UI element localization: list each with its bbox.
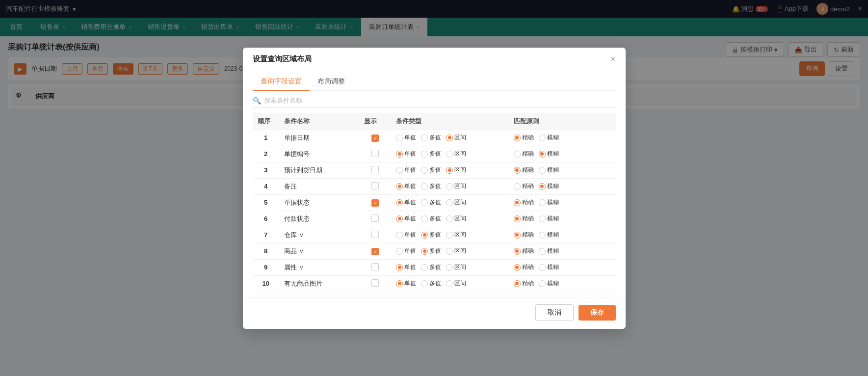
row-display-checkbox[interactable]: [359, 194, 391, 211]
row-display-checkbox[interactable]: [359, 292, 391, 292]
tab-query-fields[interactable]: 查询字段设置: [253, 74, 310, 91]
radio-type-多值[interactable]: 多值: [421, 247, 441, 255]
radio-label: 区间: [454, 166, 466, 174]
radio-match-模糊[interactable]: 模糊: [539, 198, 559, 207]
row-display-checkbox[interactable]: [359, 227, 391, 243]
checkbox-display[interactable]: [371, 150, 379, 157]
radio-match-模糊[interactable]: 模糊: [539, 134, 559, 142]
checkbox-display[interactable]: [371, 279, 379, 287]
save-button[interactable]: 保存: [579, 305, 616, 321]
radio-type-单值[interactable]: 单值: [396, 231, 416, 239]
radio-type-单值[interactable]: 单值: [396, 198, 416, 207]
radio-label: 模糊: [547, 182, 559, 190]
radio-circle: [446, 232, 453, 239]
radio-type-区间[interactable]: 区间: [446, 198, 466, 207]
checkbox-display[interactable]: [371, 215, 379, 222]
radio-label: 区间: [454, 279, 466, 288]
row-display-checkbox[interactable]: [359, 146, 391, 162]
row-display-checkbox[interactable]: [359, 211, 391, 227]
row-display-checkbox[interactable]: [359, 178, 391, 194]
row-order: 4: [253, 178, 279, 194]
row-type: 单值多值区间: [391, 243, 508, 259]
radio-type-区间[interactable]: 区间: [446, 263, 466, 271]
row-display-checkbox[interactable]: [359, 130, 391, 146]
radio-match-模糊[interactable]: 模糊: [539, 263, 559, 271]
radio-circle: [421, 199, 428, 206]
radio-match-模糊[interactable]: 模糊: [539, 182, 559, 190]
radio-match-模糊[interactable]: 模糊: [539, 231, 559, 239]
radio-type-区间[interactable]: 区间: [446, 215, 466, 223]
radio-match-精确[interactable]: 精确: [514, 231, 534, 239]
radio-type-单值[interactable]: 单值: [396, 150, 416, 158]
radio-type-单值[interactable]: 单值: [396, 263, 416, 271]
checkbox-display[interactable]: [371, 199, 379, 207]
radio-type-多值[interactable]: 多值: [421, 263, 441, 271]
radio-match-模糊[interactable]: 模糊: [539, 166, 559, 174]
table-scroll-area: 1单据日期单值多值区间精确模糊2单据编号单值多值区间精确模糊3预计到货日期单值多…: [253, 130, 616, 292]
radio-label: 多值: [429, 134, 441, 142]
radio-match-精确[interactable]: 精确: [514, 247, 534, 255]
row-display-checkbox[interactable]: [359, 259, 391, 275]
search-input[interactable]: [264, 97, 352, 104]
radio-type-单值[interactable]: 单值: [396, 166, 416, 174]
radio-type-区间[interactable]: 区间: [446, 182, 466, 190]
radio-match-模糊[interactable]: 模糊: [539, 215, 559, 223]
cancel-button[interactable]: 取消: [535, 304, 574, 321]
radio-type-多值[interactable]: 多值: [421, 231, 441, 239]
checkbox-display[interactable]: [371, 134, 379, 142]
radio-match-精确[interactable]: 精确: [514, 182, 534, 190]
radio-type-区间[interactable]: 区间: [446, 150, 466, 158]
th-name: 条件名称: [279, 113, 359, 130]
radio-match-精确[interactable]: 精确: [514, 263, 534, 271]
radio-type-单值[interactable]: 单值: [396, 215, 416, 223]
radio-match-精确[interactable]: 精确: [514, 198, 534, 207]
checkbox-display[interactable]: [371, 182, 379, 189]
radio-type-多值[interactable]: 多值: [421, 182, 441, 190]
radio-type-多值[interactable]: 多值: [421, 166, 441, 174]
radio-type-多值[interactable]: 多值: [421, 215, 441, 223]
radio-match-模糊[interactable]: 模糊: [539, 247, 559, 255]
radio-circle: [396, 264, 403, 271]
row-match: 精确模糊: [509, 162, 616, 178]
radio-type-区间[interactable]: 区间: [446, 166, 466, 174]
radio-type-区间[interactable]: 区间: [446, 247, 466, 255]
radio-circle: [396, 199, 403, 206]
radio-match-精确[interactable]: 精确: [514, 166, 534, 174]
checkbox-display[interactable]: [371, 263, 379, 270]
row-display-checkbox[interactable]: [359, 275, 391, 292]
radio-type-多值[interactable]: 多值: [421, 198, 441, 207]
radio-match-精确[interactable]: 精确: [514, 215, 534, 223]
radio-match-模糊[interactable]: 模糊: [539, 279, 559, 288]
radio-type-区间[interactable]: 区间: [446, 279, 466, 288]
checkbox-display[interactable]: [371, 248, 379, 255]
radio-match-精确[interactable]: 精确: [514, 279, 534, 288]
dialog-close-button[interactable]: ×: [610, 54, 616, 63]
modal-overlay: 设置查询区域布局 × 查询字段设置 布局调整 🔍: [0, 0, 868, 375]
row-type: 单值多值区间: [391, 259, 508, 275]
radio-label: 模糊: [547, 231, 559, 239]
radio-label: 单值: [404, 182, 416, 190]
radio-type-单值[interactable]: 单值: [396, 279, 416, 288]
checkbox-display[interactable]: [371, 166, 379, 173]
radio-type-单值[interactable]: 单值: [396, 182, 416, 190]
radio-type-多值[interactable]: 多值: [421, 134, 441, 142]
tab-layout[interactable]: 布局调整: [310, 74, 353, 91]
row-display-checkbox[interactable]: [359, 243, 391, 259]
radio-circle: [539, 264, 546, 271]
radio-type-单值[interactable]: 单值: [396, 134, 416, 142]
radio-type-单值[interactable]: 单值: [396, 247, 416, 255]
radio-label: 区间: [454, 134, 466, 142]
radio-label: 精确: [522, 263, 534, 271]
table-header: 顺序 条件名称 显示 条件类型 匹配原则: [253, 113, 616, 130]
dialog-tabs: 查询字段设置 布局调整: [253, 69, 616, 91]
radio-match-精确[interactable]: 精确: [514, 134, 534, 142]
radio-type-多值[interactable]: 多值: [421, 150, 441, 158]
radio-type-区间[interactable]: 区间: [446, 134, 466, 142]
row-display-checkbox[interactable]: [359, 162, 391, 178]
radio-type-区间[interactable]: 区间: [446, 231, 466, 239]
radio-type-多值[interactable]: 多值: [421, 279, 441, 288]
radio-circle: [514, 151, 521, 158]
checkbox-display[interactable]: [371, 231, 379, 238]
radio-match-精确[interactable]: 精确: [514, 150, 534, 158]
radio-match-模糊[interactable]: 模糊: [539, 150, 559, 158]
